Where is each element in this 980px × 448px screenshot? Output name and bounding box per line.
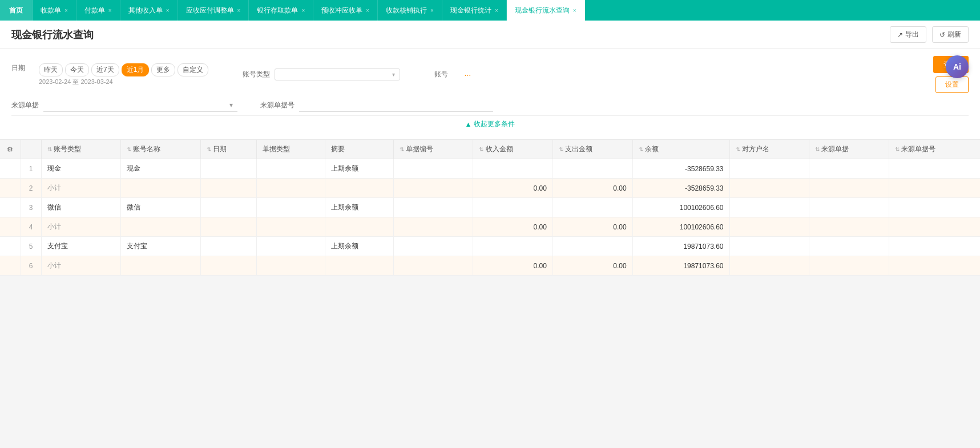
cell-row-num: 2 [21, 179, 41, 198]
date-label: 日期 [11, 63, 34, 73]
nav-advance-offset-label: 预收冲应收单 [321, 6, 362, 15]
nav-cash-bank-flow[interactable]: 现金银行流水查询 × [507, 0, 585, 21]
table-row[interactable]: 1现金现金上期余额-3528659.33 [0, 159, 980, 179]
nav-cash-bank-stat-close[interactable]: × [495, 7, 498, 14]
col-settings[interactable]: ⚙ [0, 140, 21, 159]
top-navigation: 首页 收款单 × 付款单 × 其他收入单 × 应收应付调整单 × 银行存取款单 … [0, 0, 980, 21]
nav-bank-deposit-close[interactable]: × [301, 7, 305, 14]
refresh-icon: ↺ [939, 31, 945, 39]
nav-payment-close[interactable]: × [108, 7, 112, 14]
account-type-select[interactable]: ▾ [275, 68, 400, 80]
table-row[interactable]: 5支付宝支付宝上期余额19871073.60 [0, 237, 980, 256]
cell-expense: 0.00 [552, 179, 632, 198]
nav-other-income-close[interactable]: × [166, 7, 170, 14]
filter-area: 日期 昨天 今天 近7天 近1月 更多 自定义 2023-02-24 至 202… [0, 49, 980, 140]
nav-cash-bank-flow-close[interactable]: × [573, 7, 576, 14]
source-doc-filter: 来源单据 ▾ [11, 99, 237, 112]
source-doc-no-label: 来源单据号 [260, 100, 295, 110]
header-actions: ↗ 导出 ↺ 刷新 [890, 26, 969, 43]
sort-icon-9: ⇅ [815, 146, 820, 152]
col-balance[interactable]: ⇅ 余额 [632, 140, 729, 159]
cell-doc-no [393, 217, 473, 237]
nav-other-income[interactable]: 其他收入单 × [120, 0, 178, 21]
cell-source-doc-no [889, 198, 980, 217]
cell-summary: 上期余额 [325, 237, 393, 256]
nav-receipt-writeoff-close[interactable]: × [430, 7, 434, 14]
source-doc-select[interactable]: ▾ [43, 99, 237, 112]
cell-source-doc [809, 159, 889, 179]
col-date[interactable]: ⇅ 日期 [200, 140, 256, 159]
refresh-button[interactable]: ↺ 刷新 [932, 26, 969, 43]
nav-receipt-writeoff[interactable]: 收款核销执行 × [378, 0, 442, 21]
col-doc-no[interactable]: ⇅ 单据编号 [393, 140, 473, 159]
nav-ar-ap-adjust-close[interactable]: × [237, 7, 241, 14]
date-more[interactable]: 更多 [151, 63, 175, 76]
cell-doc-no [393, 179, 473, 198]
source-doc-label: 来源单据 [11, 100, 39, 110]
table-row[interactable]: 2小计0.000.00-3528659.33 [0, 179, 980, 198]
date-range-display: 2023-02-24 至 2023-03-24 [39, 78, 208, 86]
col-counterpart[interactable]: ⇅ 对方户名 [729, 140, 809, 159]
date-7days[interactable]: 近7天 [91, 63, 119, 76]
cell-date [200, 179, 256, 198]
nav-receipt-close[interactable]: × [64, 7, 68, 14]
settings-button[interactable]: 设置 [935, 76, 969, 93]
nav-advance-offset-close[interactable]: × [366, 7, 369, 14]
table-row[interactable]: 6小计0.000.0019871073.60 [0, 256, 980, 276]
account-type-filter: 账号类型 ▾ [243, 68, 400, 80]
col-source-doc[interactable]: ⇅ 来源单据 [809, 140, 889, 159]
nav-bank-deposit[interactable]: 银行存取款单 × [249, 0, 313, 21]
cell-doc-no [393, 198, 473, 217]
date-today[interactable]: 今天 [65, 63, 89, 76]
cell-doc-type [256, 217, 325, 237]
cell-counterpart [729, 159, 809, 179]
table-row[interactable]: 4小计0.000.00100102606.60 [0, 217, 980, 237]
col-doc-type: 单据类型 [256, 140, 325, 159]
export-label: 导出 [905, 30, 919, 39]
cell-income [473, 159, 553, 179]
cell-row-num: 1 [21, 159, 41, 179]
cell-summary [325, 179, 393, 198]
nav-receipt-writeoff-label: 收款核销执行 [386, 6, 427, 15]
cell-summary: 上期余额 [325, 159, 393, 179]
col-row-num [21, 140, 41, 159]
cell-account-type: 小计 [41, 217, 121, 237]
cell-source-doc [809, 198, 889, 217]
cell-settings [0, 179, 21, 198]
nav-home[interactable]: 首页 [0, 0, 33, 21]
col-income[interactable]: ⇅ 收入金额 [473, 140, 553, 159]
nav-cash-bank-stat[interactable]: 现金银行统计 × [442, 0, 507, 21]
cell-row-num: 5 [21, 237, 41, 256]
sort-icon-2: ⇅ [127, 146, 131, 152]
account-dots-button[interactable]: ··· [462, 70, 473, 79]
cell-expense: 0.00 [552, 217, 632, 237]
sort-icon-6: ⇅ [559, 146, 563, 152]
source-doc-no-input[interactable] [299, 99, 493, 112]
nav-payment[interactable]: 付款单 × [76, 0, 120, 21]
nav-receipt[interactable]: 收款单 × [33, 0, 76, 21]
collapse-bar[interactable]: ▲ 收起更多条件 [11, 115, 969, 132]
data-table-container: ⚙ ⇅ 账号类型 ⇅ 账号名称 ⇅ 日期 单据类型 摘要 ⇅ 单据编号 ⇅ 收入… [0, 140, 980, 276]
table-row[interactable]: 3微信微信上期余额100102606.60 [0, 198, 980, 217]
page-title: 现金银行流水查询 [11, 28, 94, 42]
cell-summary [325, 256, 393, 276]
date-filter: 日期 昨天 今天 近7天 近1月 更多 自定义 2023-02-24 至 202… [11, 63, 208, 86]
col-source-doc-no[interactable]: ⇅ 来源单据号 [889, 140, 980, 159]
nav-advance-offset[interactable]: 预收冲应收单 × [313, 0, 378, 21]
col-account-type[interactable]: ⇅ 账号类型 [41, 140, 121, 159]
source-doc-no-filter: 来源单据号 [260, 99, 493, 112]
nav-ar-ap-adjust[interactable]: 应收应付调整单 × [178, 0, 249, 21]
date-shortcuts-container: 昨天 今天 近7天 近1月 更多 自定义 2023-02-24 至 2023-0… [39, 63, 208, 86]
export-button[interactable]: ↗ 导出 [890, 26, 926, 43]
date-yesterday[interactable]: 昨天 [39, 63, 63, 76]
ai-assistant-button[interactable]: Ai [946, 55, 969, 78]
nav-payment-label: 付款单 [84, 6, 105, 15]
date-custom[interactable]: 自定义 [178, 63, 208, 76]
cell-source-doc [809, 237, 889, 256]
cell-source-doc-no [889, 217, 980, 237]
date-1month[interactable]: 近1月 [122, 63, 150, 76]
cell-source-doc [809, 217, 889, 237]
col-expense[interactable]: ⇅ 支出金额 [552, 140, 632, 159]
col-account-name[interactable]: ⇅ 账号名称 [121, 140, 201, 159]
cell-account-type: 现金 [41, 159, 121, 179]
